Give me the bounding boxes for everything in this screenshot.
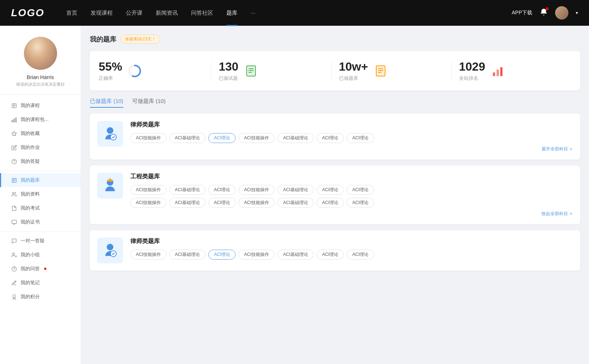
avatar-image xyxy=(555,6,568,19)
tag-eng-6[interactable]: ACI理论 xyxy=(347,185,374,195)
notes-green-icon xyxy=(244,64,258,78)
sidebar-item-myqa[interactable]: 我的问答 xyxy=(0,262,81,276)
sidebar-item-label: 我的收藏 xyxy=(21,130,40,137)
svg-rect-38 xyxy=(107,179,113,182)
svg-rect-4 xyxy=(12,120,13,122)
tag-lawyer1-1[interactable]: ACI基础理论 xyxy=(169,133,205,143)
tag-lawyer2-5[interactable]: ACI理论 xyxy=(317,250,344,260)
sidebar-item-label: 我的资料 xyxy=(21,191,40,197)
subject-title-engineer: 工程类题库 xyxy=(130,173,573,181)
user-dropdown-arrow[interactable]: ▾ xyxy=(576,10,578,15)
expand-engineer[interactable]: 收起全部科目 ∧ xyxy=(130,211,573,217)
tag-lawyer2-1[interactable]: ACI基础理论 xyxy=(169,250,205,260)
stat-site-rank: 1029 全站排名 xyxy=(452,60,571,82)
lawyer-icon-wrap xyxy=(97,121,123,147)
done-questions-value: 130 xyxy=(219,60,238,74)
accuracy-value: 55% xyxy=(99,60,122,74)
svg-rect-33 xyxy=(497,69,499,76)
tag-eng2-3[interactable]: ACI技能操作 xyxy=(239,198,275,208)
sidebar-item-1on1[interactable]: 一对一答疑 xyxy=(0,234,81,248)
notification-bell[interactable] xyxy=(540,8,548,18)
sidebar-item-coursepack[interactable]: 我的课程包... xyxy=(0,113,81,126)
sidebar-item-label: 我的课程包... xyxy=(21,116,49,123)
nav-links: 首页 发现课程 公开课 新闻资讯 问答社区 题库 ··· xyxy=(66,8,512,18)
app-download-btn[interactable]: APP下载 xyxy=(512,10,532,16)
sidebar-item-favorites[interactable]: 我的收藏 xyxy=(0,126,81,140)
sidebar-item-qa[interactable]: 我的答疑 xyxy=(0,154,81,168)
nav-news[interactable]: 新闻资讯 xyxy=(156,8,178,18)
sidebar-item-questionbank[interactable]: 我的题库 xyxy=(0,173,81,187)
nav-discover[interactable]: 发现课程 xyxy=(91,8,113,18)
tag-lawyer1-4[interactable]: ACI基础理论 xyxy=(278,133,314,143)
unread-dot xyxy=(44,268,46,270)
nav-more[interactable]: ··· xyxy=(251,8,255,18)
points-icon xyxy=(11,294,17,300)
tag-eng2-2[interactable]: ACI理论 xyxy=(208,198,236,208)
tag-lawyer1-2[interactable]: ACI理论 xyxy=(208,133,236,143)
sidebar-item-profile[interactable]: 我的资料 xyxy=(0,187,81,201)
tag-lawyer1-3[interactable]: ACI技能操作 xyxy=(239,133,275,143)
sidebar-item-label: 我的课程 xyxy=(21,102,40,109)
sidebar-item-group[interactable]: 我的小组 xyxy=(0,248,81,262)
page-title: 我的题库 xyxy=(90,35,116,44)
tag-eng2-4[interactable]: ACI基础理论 xyxy=(278,198,314,208)
svg-rect-6 xyxy=(15,118,17,122)
logo: LOGO xyxy=(11,7,44,19)
nav-questionbank[interactable]: 题库 xyxy=(226,8,237,18)
tag-eng-2[interactable]: ACI理论 xyxy=(208,185,236,195)
nav-opencourse[interactable]: 公开课 xyxy=(126,8,142,18)
tag-eng-0[interactable]: ACI技能操作 xyxy=(130,185,166,195)
tag-lawyer2-6[interactable]: ACI理论 xyxy=(347,250,374,260)
nav-right: APP下载 ▾ xyxy=(512,6,578,19)
done-banks-value: 10w+ xyxy=(339,60,368,74)
sidebar-item-homework[interactable]: 我的作业 xyxy=(0,140,81,154)
sidebar-menu: 我的课程 我的课程包... 我的收藏 我的作业 xyxy=(0,99,81,304)
tag-eng2-5[interactable]: ACI理论 xyxy=(317,198,344,208)
expand-lawyer1[interactable]: 展开全部科目 ∨ xyxy=(130,146,573,152)
sidebar-item-certificate[interactable]: 我的证书 xyxy=(0,215,81,229)
tag-lawyer2-2[interactable]: ACI理论 xyxy=(208,250,236,260)
tag-lawyer2-4[interactable]: ACI基础理论 xyxy=(278,250,314,260)
tag-lawyer1-0[interactable]: ACI技能操作 xyxy=(130,133,166,143)
subject-card-inner-engineer: 工程类题库 ACI技能操作 ACI基础理论 ACI理论 ACI技能操作 ACI基… xyxy=(97,173,573,217)
sidebar-item-exam[interactable]: 我的考试 xyxy=(0,201,81,215)
tag-lawyer2-0[interactable]: ACI技能操作 xyxy=(130,250,166,260)
tab-done-banks[interactable]: 已做题库 (10) xyxy=(90,98,123,108)
sidebar-item-label: 我的答疑 xyxy=(21,158,40,165)
tag-eng2-6[interactable]: ACI理论 xyxy=(347,198,374,208)
1on1-icon xyxy=(11,238,17,244)
sidebar-item-mycourse[interactable]: 我的课程 xyxy=(0,99,81,113)
nav-home[interactable]: 首页 xyxy=(66,8,77,18)
engineer-icon-wrap xyxy=(97,173,123,199)
tag-eng-5[interactable]: ACI理论 xyxy=(317,185,344,195)
questionbank-icon xyxy=(11,177,17,183)
tags-row-lawyer1: ACI技能操作 ACI基础理论 ACI理论 ACI技能操作 ACI基础理论 AC… xyxy=(130,133,573,143)
subject-card-lawyer1: 律师类题库 ACI技能操作 ACI基础理论 ACI理论 ACI技能操作 ACI基… xyxy=(90,114,580,160)
bar-chart-red-icon xyxy=(490,64,505,78)
tag-lawyer1-5[interactable]: ACI理论 xyxy=(317,133,344,143)
nav-qa[interactable]: 问答社区 xyxy=(191,8,213,18)
tag-eng2-0[interactable]: ACI技能操作 xyxy=(130,198,166,208)
stat-done-banks: 10w+ 已做题库 xyxy=(332,60,452,82)
svg-point-19 xyxy=(13,295,15,297)
subject-card-engineer: 工程类题库 ACI技能操作 ACI基础理论 ACI理论 ACI技能操作 ACI基… xyxy=(90,165,580,224)
coursepack-icon xyxy=(11,117,17,122)
done-questions-label: 已做试题 xyxy=(219,75,238,82)
tag-eng-4[interactable]: ACI基础理论 xyxy=(278,185,314,195)
tag-eng2-1[interactable]: ACI基础理论 xyxy=(169,198,205,208)
sidebar-item-label: 我的考试 xyxy=(21,205,40,211)
tag-eng-3[interactable]: ACI技能操作 xyxy=(239,185,275,195)
sidebar-profile: Brian Harris 错误的决定比没有决定要好 xyxy=(0,33,81,95)
exam-icon xyxy=(11,205,17,211)
list-orange-icon xyxy=(373,64,388,78)
sidebar-item-points[interactable]: 我的积分 xyxy=(0,290,81,304)
sidebar-item-notes[interactable]: 我的笔记 xyxy=(0,276,81,290)
svg-rect-34 xyxy=(500,67,502,76)
tag-lawyer1-6[interactable]: ACI理论 xyxy=(347,133,374,143)
tag-lawyer2-3[interactable]: ACI技能操作 xyxy=(239,250,275,260)
tab-available-banks[interactable]: 可做题库 (10) xyxy=(132,98,166,108)
homework-icon xyxy=(11,144,17,150)
tag-eng-1[interactable]: ACI基础理论 xyxy=(169,185,205,195)
notification-dot xyxy=(546,7,549,10)
avatar[interactable] xyxy=(555,6,568,19)
